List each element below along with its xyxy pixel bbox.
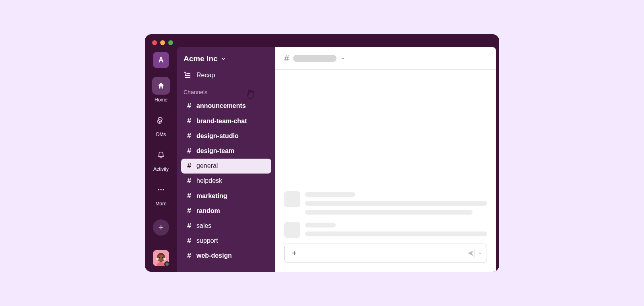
app-body: A Home DMs Activity (145, 47, 499, 272)
text-placeholder (305, 201, 487, 206)
rail-item-home[interactable]: Home (152, 77, 170, 103)
maximize-window-button[interactable] (168, 40, 173, 45)
channel-name: brand-team-chat (196, 117, 247, 126)
dms-icon (152, 112, 170, 129)
workspace-tile[interactable]: A (153, 52, 169, 68)
hash-icon: # (186, 101, 192, 111)
channel-name-placeholder (293, 55, 336, 62)
svg-point-8 (162, 257, 163, 258)
nav-rail: A Home DMs Activity (145, 47, 177, 272)
svg-point-9 (156, 258, 159, 260)
chevron-down-icon (341, 56, 345, 61)
channel-item-design-team[interactable]: #design-team (181, 144, 271, 159)
message-skeleton (284, 222, 487, 238)
channel-name: random (196, 207, 220, 215)
recap-button[interactable]: Recap (177, 68, 275, 85)
rail-item-dms[interactable]: DMs (152, 112, 170, 137)
activity-icon (152, 146, 170, 164)
text-placeholder (305, 210, 473, 215)
svg-point-2 (160, 189, 161, 190)
presence-indicator (164, 261, 170, 267)
hash-icon: # (186, 176, 192, 186)
home-icon (152, 77, 170, 95)
channel-name: web-design (196, 251, 232, 260)
avatar-placeholder (284, 222, 300, 238)
channel-name: design-team (196, 147, 234, 155)
hash-icon: # (186, 221, 192, 231)
hash-icon: # (186, 146, 192, 156)
hash-icon: # (186, 131, 192, 141)
svg-point-10 (163, 258, 166, 260)
avatar-placeholder (284, 191, 300, 207)
channel-item-sales[interactable]: #sales (181, 219, 271, 234)
svg-point-3 (163, 189, 164, 190)
rail-item-more[interactable]: More (152, 181, 170, 207)
create-button[interactable]: + (153, 219, 169, 236)
message-composer[interactable]: + (284, 244, 487, 263)
channel-item-brand-team-chat[interactable]: #brand-team-chat (181, 114, 271, 128)
svg-point-1 (158, 189, 159, 190)
channel-item-general[interactable]: #general (181, 159, 271, 174)
rail-item-activity[interactable]: Activity (152, 146, 170, 172)
hash-icon: # (186, 191, 192, 201)
channel-name: marketing (196, 192, 227, 201)
attach-button[interactable]: + (289, 248, 300, 259)
channel-header[interactable]: # (275, 47, 496, 70)
send-icon (467, 250, 474, 257)
channel-sidebar: Acme Inc Recap Channels #announcements#b… (177, 47, 275, 272)
channel-item-design-studio[interactable]: #design-studio (181, 128, 271, 143)
more-icon (152, 181, 170, 198)
hash-icon: # (284, 53, 289, 64)
channel-name: general (196, 161, 218, 170)
rail-item-label: Activity (153, 166, 169, 172)
rail-item-label: More (155, 201, 166, 207)
channel-name: helpdesk (196, 176, 222, 185)
message-skeleton (284, 191, 487, 215)
channel-item-announcements[interactable]: #announcements (181, 99, 271, 114)
titlebar (145, 38, 499, 47)
channel-item-helpdesk[interactable]: #helpdesk (181, 174, 271, 188)
user-avatar[interactable] (153, 250, 169, 266)
recap-label: Recap (196, 72, 215, 79)
hash-icon: # (186, 251, 192, 261)
hash-icon: # (186, 116, 192, 126)
text-placeholder (305, 223, 336, 227)
text-placeholder (305, 232, 487, 236)
text-placeholder (305, 192, 355, 197)
close-window-button[interactable] (152, 40, 157, 45)
minimize-window-button[interactable] (160, 40, 165, 45)
workspace-switcher[interactable]: Acme Inc (177, 51, 275, 68)
hash-icon: # (186, 236, 192, 246)
svg-point-7 (159, 257, 160, 258)
channel-item-random[interactable]: #random (181, 203, 271, 218)
workspace-name: Acme Inc (184, 54, 217, 63)
divider (474, 249, 475, 258)
send-button[interactable] (467, 250, 474, 257)
rail-item-label: Home (155, 97, 167, 103)
hash-icon: # (186, 206, 192, 216)
channel-name: support (196, 236, 218, 245)
message-list (275, 70, 496, 244)
hash-icon: # (186, 161, 192, 171)
channel-name: sales (196, 221, 211, 230)
app-window: A Home DMs Activity (145, 34, 499, 272)
channels-section-label[interactable]: Channels (177, 85, 275, 99)
channel-name: design-studio (196, 132, 239, 141)
channel-item-marketing[interactable]: #marketing (181, 188, 271, 203)
channel-name: announcements (196, 101, 246, 110)
chevron-down-icon (221, 56, 226, 62)
main-pane: # (275, 47, 496, 272)
chevron-down-icon[interactable] (478, 251, 483, 256)
channel-item-support[interactable]: #support (181, 234, 271, 248)
channel-item-web-design[interactable]: #web-design (181, 248, 271, 263)
recap-icon (184, 71, 192, 79)
rail-item-label: DMs (156, 132, 166, 137)
channel-list: #announcements#brand-team-chat#design-st… (177, 99, 275, 263)
